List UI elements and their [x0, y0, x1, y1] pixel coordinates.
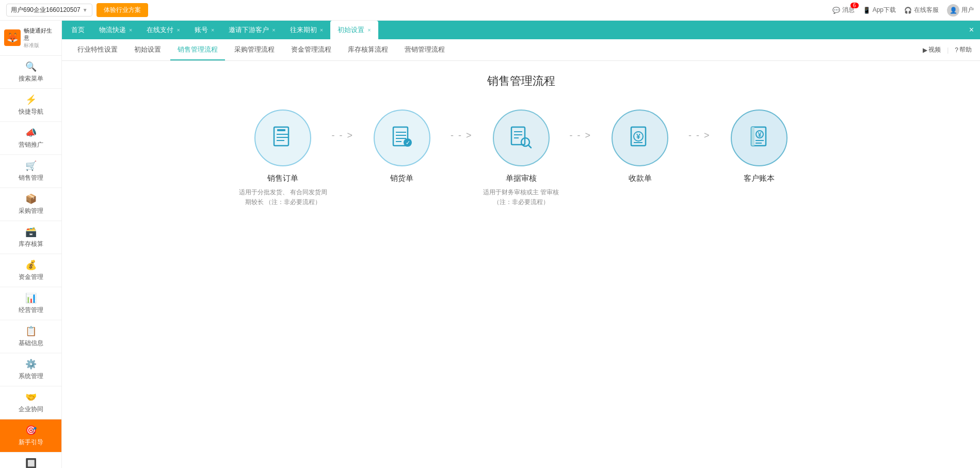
help-label: 帮助 — [959, 45, 972, 54]
flow-arrow-3: - - > — [568, 130, 594, 141]
user-selector-label: 用户690企业1660120507 — [11, 6, 81, 14]
experience-button[interactable]: 体验行业方案 — [97, 3, 148, 17]
sidebar-item-系统管理[interactable]: ⚙️ 系统管理 — [0, 353, 61, 386]
chevron-down-icon: ▼ — [83, 7, 88, 13]
nav-tab-5[interactable]: 往来期初× — [283, 21, 330, 39]
sub-tabs-bar: 行业特性设置初始设置销售管理流程采购管理流程资金管理流程库存核算流程营销管理流程… — [62, 39, 980, 61]
message-icon: 💬 — [832, 7, 840, 14]
nav-tab-close-3[interactable]: × — [211, 27, 214, 33]
arrow-icon-2: - - > — [451, 130, 473, 141]
nav-tab-2[interactable]: 在线支付× — [139, 21, 187, 39]
flow-arrow-1: - - > — [329, 130, 356, 141]
nav-tab-label-6: 初始设置 — [338, 25, 364, 35]
svg-text:¥: ¥ — [758, 131, 761, 138]
close-all-tabs-button[interactable]: × — [965, 25, 978, 35]
top-header: 用户690企业1660120507 ▼ 体验行业方案 💬 消息 6 📱 App下… — [0, 0, 980, 21]
sidebar-label-4: 采购管理 — [19, 207, 43, 215]
nav-tab-4[interactable]: 邀请下游客户× — [221, 21, 282, 39]
sidebar-item-销售管理[interactable]: 🛒 销售管理 — [0, 155, 61, 188]
sidebar: 🦊 畅捷通好生意 标准版 🔍 搜索菜单 ⚡ 快捷导航 📣 营销推广 🛒 销售管理… — [0, 21, 62, 468]
sub-tab-1[interactable]: 初始设置 — [127, 39, 168, 60]
message-item[interactable]: 💬 消息 6 — [832, 6, 855, 14]
flow-arrow-2: - - > — [448, 130, 475, 141]
video-action[interactable]: ▶ 视频 — [923, 45, 941, 54]
flow-step-title-4: 收款单 — [629, 174, 652, 183]
nav-tab-label-1: 物流快递 — [99, 25, 126, 35]
sidebar-item-新手引导[interactable]: 🎯 新手引导 — [0, 419, 61, 453]
nav-tab-3[interactable]: 账号× — [187, 21, 221, 39]
sidebar-label-8: 基础信息 — [19, 339, 43, 348]
sidebar-label-6: 资金管理 — [19, 273, 43, 282]
flow-circle-1[interactable] — [254, 110, 311, 166]
flow-circle-2[interactable]: ✓ — [374, 110, 430, 166]
flow-step-desc-3: 适用于财务审核或主 管审核 （注：非必要流程） — [475, 188, 568, 207]
nav-tab-6[interactable]: 初始设置× — [330, 21, 378, 39]
sub-tab-0[interactable]: 行业特性设置 — [70, 39, 125, 60]
nav-tab-close-4[interactable]: × — [272, 27, 275, 33]
sidebar-item-采购管理[interactable]: 📦 采购管理 — [0, 188, 61, 221]
sub-tab-3[interactable]: 采购管理流程 — [227, 39, 282, 60]
nav-tab-label-4: 邀请下游客户 — [229, 25, 269, 35]
online-service-item[interactable]: 🎧 在线客服 — [904, 6, 939, 14]
flow-step-desc-1: 适用于分批发货、 有合同发货周期较长 （注：非必要流程） — [236, 188, 329, 207]
sub-tab-label-0: 行业特性设置 — [77, 45, 118, 54]
sub-tab-label-3: 采购管理流程 — [234, 45, 275, 54]
flow-step-4: ¥ 收款单 — [593, 110, 686, 188]
flow-circle-3[interactable] — [493, 110, 550, 166]
sidebar-item-应用中心[interactable]: 🔲 应用中心 — [0, 453, 61, 468]
nav-tab-0[interactable]: 首页 — [64, 21, 92, 39]
page-title-section: 销售管理流程 — [83, 73, 959, 89]
sidebar-label-11: 新手引导 — [19, 438, 43, 447]
message-badge: 6 — [850, 3, 859, 8]
sidebar-logo: 🦊 畅捷通好生意 标准版 — [0, 21, 61, 56]
sub-tabs-right: ▶ 视频 | ? 帮助 — [923, 45, 972, 54]
sidebar-label-2: 营销推广 — [19, 141, 43, 149]
svg-rect-1 — [277, 129, 285, 131]
flow-step-title-2: 销货单 — [390, 174, 413, 183]
sidebar-item-快捷导航[interactable]: ⚡ 快捷导航 — [0, 89, 61, 122]
sidebar-item-营销推广[interactable]: 📣 营销推广 — [0, 122, 61, 155]
arrow-icon-4: - - > — [688, 130, 711, 141]
flow-step-title-1: 销售订单 — [267, 174, 298, 183]
flow-circle-4[interactable]: ¥ — [612, 110, 668, 166]
user-profile-item[interactable]: 👤 用户 — [947, 4, 974, 17]
sidebar-item-搜索菜单[interactable]: 🔍 搜索菜单 — [0, 56, 61, 89]
nav-tab-close-6[interactable]: × — [367, 27, 371, 33]
sidebar-icon-10: 🤝 — [25, 392, 37, 403]
flow-circle-5[interactable]: ¥ — [731, 110, 788, 166]
svg-line-17 — [528, 145, 531, 148]
sub-tab-6[interactable]: 营销管理流程 — [397, 39, 452, 60]
sidebar-item-经营管理[interactable]: 📊 经营管理 — [0, 287, 61, 320]
app-download-item[interactable]: 📱 App下载 — [863, 6, 896, 14]
download-icon: 📱 — [863, 7, 871, 14]
nav-tab-close-5[interactable]: × — [320, 27, 323, 33]
sidebar-item-基础信息[interactable]: 📋 基础信息 — [0, 320, 61, 353]
logo-icon: 🦊 — [4, 29, 21, 46]
sidebar-item-企业协同[interactable]: 🤝 企业协同 — [0, 386, 61, 419]
nav-tab-close-2[interactable]: × — [176, 27, 180, 33]
sub-tab-5[interactable]: 库存核算流程 — [341, 39, 395, 60]
help-action[interactable]: ? 帮助 — [955, 45, 972, 54]
sidebar-item-资金管理[interactable]: 💰 资金管理 — [0, 254, 61, 287]
app-download-label: App下载 — [873, 6, 896, 14]
sidebar-icon-2: 📣 — [25, 127, 37, 138]
flow-step-2: ✓ 销货单 — [356, 110, 448, 188]
nav-tab-close-1[interactable]: × — [129, 27, 132, 33]
sidebar-icon-3: 🛒 — [25, 160, 37, 171]
nav-tab-1[interactable]: 物流快递× — [92, 21, 139, 39]
sidebar-icon-0: 🔍 — [25, 61, 37, 72]
sidebar-icon-5: 🗃️ — [25, 226, 37, 238]
sub-tab-4[interactable]: 资金管理流程 — [284, 39, 339, 60]
sidebar-icon-11: 🎯 — [25, 425, 37, 436]
nav-tab-label-0: 首页 — [71, 25, 85, 35]
avatar: 👤 — [947, 4, 959, 17]
flow-step-3: 单据审核适用于财务审核或主 管审核 （注：非必要流程） — [475, 110, 568, 207]
user-selector[interactable]: 用户690企业1660120507 ▼ — [6, 4, 92, 17]
sub-tab-label-2: 销售管理流程 — [178, 45, 218, 54]
flow-arrow-4: - - > — [686, 130, 713, 141]
sidebar-item-库存核算[interactable]: 🗃️ 库存核算 — [0, 221, 61, 254]
sub-tab-2[interactable]: 销售管理流程 — [170, 39, 225, 60]
page-content: 销售管理流程 销售订单适用于分批发货、 有合同发货周期较长 （注：非必要流程）-… — [62, 61, 980, 468]
sub-tab-label-4: 资金管理流程 — [291, 45, 331, 54]
logo-text-block: 畅捷通好生意 标准版 — [24, 27, 57, 49]
